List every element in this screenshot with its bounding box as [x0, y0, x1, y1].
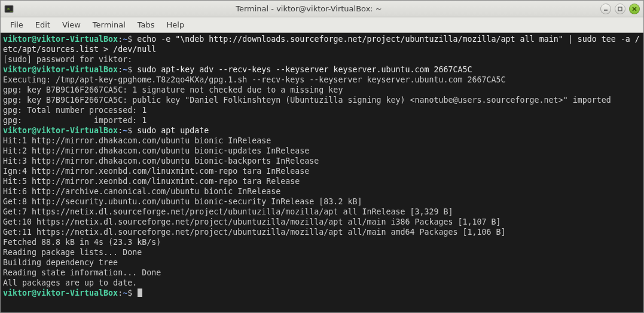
output-line: gpg: key B7B9C16F2667CA5C: 1 signature n…	[3, 85, 641, 95]
output-line: Get:11 https://netix.dl.sourceforge.net/…	[3, 227, 641, 237]
output-line: Hit:1 http://mirror.dhakacom.com/ubuntu …	[3, 136, 641, 146]
output-line: Ign:4 http://mirror.xeonbd.com/linuxmint…	[3, 166, 641, 176]
titlebar[interactable]: >_ Terminal - viktor@viktor-VirtualBox: …	[1, 1, 643, 17]
output-line: Hit:3 http://mirror.dhakacom.com/ubuntu …	[3, 156, 641, 166]
prompt-host: viktor@viktor-VirtualBox	[3, 65, 118, 74]
window-title: Terminal - viktor@viktor-VirtualBox: ~	[236, 4, 382, 13]
svg-text:>_: >_	[7, 6, 13, 12]
prompt-path: ~	[123, 126, 127, 135]
close-button[interactable]	[629, 4, 640, 14]
minimize-button[interactable]	[600, 4, 611, 14]
menu-tabs[interactable]: Tabs	[132, 19, 161, 30]
prompt-host: viktor@viktor-VirtualBox	[3, 35, 118, 44]
output-line: Get:8 http://security.ubuntu.com/ubuntu …	[3, 197, 641, 207]
prompt-path: ~	[123, 65, 127, 74]
maximize-button[interactable]	[615, 4, 625, 14]
svg-rect-3	[618, 7, 622, 11]
menu-help[interactable]: Help	[161, 19, 191, 30]
output-line: gpg: key B7B9C16F2667CA5C: public key "D…	[3, 95, 641, 105]
menubar: File Edit View Terminal Tabs Help	[1, 17, 643, 33]
terminal-icon: >_	[4, 4, 14, 14]
window-controls	[600, 4, 640, 14]
output-line: Reading state information... Done	[3, 268, 641, 278]
output-line: gpg: imported: 1	[3, 115, 641, 125]
output-line: Get:7 https://netix.dl.sourceforge.net/p…	[3, 207, 641, 217]
output-line: Building dependency tree	[3, 257, 641, 268]
command-text: sudo apt-key adv --recv-keys --keyserver…	[137, 65, 472, 74]
menu-file[interactable]: File	[4, 19, 29, 30]
terminal-window: >_ Terminal - viktor@viktor-VirtualBox: …	[0, 0, 644, 313]
prompt-line: viktor@viktor-VirtualBox:~$ echo -e "\nd…	[3, 34, 641, 54]
output-line: Reading package lists... Done	[3, 247, 641, 257]
prompt-path: ~	[123, 289, 127, 297]
prompt-host: viktor@viktor-VirtualBox	[3, 126, 118, 135]
prompt-line: viktor@viktor-VirtualBox:~$	[3, 288, 641, 298]
output-line: Hit:6 http://archive.canonical.com/ubunt…	[3, 186, 641, 197]
menu-terminal[interactable]: Terminal	[87, 19, 132, 30]
output-line: [sudo] password for viktor:	[3, 54, 641, 65]
output-line: Executing: /tmp/apt-key-gpghome.T8z2qo4K…	[3, 75, 641, 85]
output-line: gpg: Total number processed: 1	[3, 105, 641, 115]
prompt-line: viktor@viktor-VirtualBox:~$ sudo apt-key…	[3, 65, 641, 75]
output-line: Get:10 https://netix.dl.sourceforge.net/…	[3, 217, 641, 227]
output-line: Hit:2 http://mirror.dhakacom.com/ubuntu …	[3, 146, 641, 156]
output-line: Fetched 88.8 kB in 4s (23.3 kB/s)	[3, 237, 641, 247]
prompt-path: ~	[123, 35, 127, 44]
prompt-line: viktor@viktor-VirtualBox:~$ sudo apt upd…	[3, 125, 641, 136]
terminal-viewport[interactable]: viktor@viktor-VirtualBox:~$ echo -e "\nd…	[1, 33, 643, 312]
cursor	[138, 289, 142, 297]
prompt-host: viktor@viktor-VirtualBox	[3, 289, 118, 297]
output-line: Hit:5 http://mirror.xeonbd.com/linuxmint…	[3, 176, 641, 186]
output-line: All packages are up to date.	[3, 278, 641, 288]
command-text: sudo apt update	[137, 126, 209, 135]
menu-edit[interactable]: Edit	[29, 19, 56, 30]
menu-view[interactable]: View	[56, 19, 87, 30]
